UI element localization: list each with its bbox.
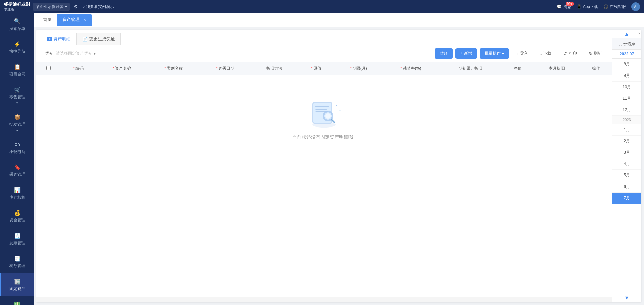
svg-rect-4 bbox=[315, 109, 327, 110]
import-label: 导入 bbox=[520, 51, 528, 56]
sidebar-item-inventory[interactable]: 📊 库存核算 bbox=[0, 182, 34, 205]
import-icon: ↑ bbox=[517, 51, 519, 56]
month-panel-up-arrow[interactable]: ▲ bbox=[612, 30, 641, 38]
ecommerce-icon: 🛍 bbox=[15, 142, 20, 148]
col-original-value: *原值 bbox=[298, 62, 334, 75]
settings-icon[interactable]: ⚙ bbox=[72, 3, 79, 11]
asset-detail-icon: ≡ bbox=[47, 37, 52, 41]
print-icon: 🖨 bbox=[564, 51, 568, 56]
sidebar-item-label: 发票管理 bbox=[9, 240, 25, 246]
filter-label: 类别 bbox=[45, 51, 53, 56]
tab-home-label: 首页 bbox=[43, 17, 52, 22]
sidebar-item-ecommerce[interactable]: 🛍 小畅电商 bbox=[0, 137, 34, 159]
batch-ops-label: 批量操作 bbox=[485, 51, 501, 56]
month-item-2022-12[interactable]: 12月 bbox=[612, 104, 641, 116]
avatar[interactable]: Ai bbox=[631, 2, 640, 11]
page-content: ≡ 资产明细 📄 变更生成凭证 类别 请选择固定资产类别 ▾ bbox=[36, 30, 641, 302]
sidebar-item-label: 小畅电商 bbox=[9, 149, 25, 155]
message-icon: 💬 bbox=[557, 4, 562, 9]
sidebar-item-salary[interactable]: 💵 工资 bbox=[0, 296, 34, 305]
top-bar: 畅捷通好业财 专业版 某企业示例账套 ▾ ⚙ ○ 我要看实例演示 💬 消息 99… bbox=[0, 0, 644, 13]
arrow-icon: ▾ bbox=[16, 129, 18, 132]
salary-icon: 💵 bbox=[14, 301, 21, 305]
year-divider-2023: 2023 bbox=[612, 116, 641, 124]
month-panel-collapse-button[interactable]: › bbox=[638, 30, 640, 36]
online-service-button[interactable]: 🎧 在线客服 bbox=[603, 4, 626, 10]
tab-home[interactable]: 首页 bbox=[38, 14, 57, 26]
online-service-label: 在线客服 bbox=[610, 4, 626, 10]
brand-name: 畅捷通好业财 bbox=[4, 1, 30, 7]
col-dep-method: 折旧方法 bbox=[251, 62, 298, 75]
sidebar-item-label: 快捷导航 bbox=[9, 49, 25, 54]
sidebar-item-invoice[interactable]: 🧾 发票管理 bbox=[0, 228, 34, 251]
app-icon: 📱 bbox=[577, 4, 582, 9]
month-item-2023-03[interactable]: 3月 bbox=[612, 147, 641, 158]
table-container: *编码 *资产名称 *类别名称 *购买日期 折旧方法 *原值 *期限(月) *残… bbox=[36, 62, 612, 297]
sidebar: 🔍 搜索菜单 ⚡ 快捷导航 📋 项目合同 🛒 零售管理 ▾ 📦 批发管理 ▾ 🛍… bbox=[0, 13, 34, 305]
sidebar-item-label: 零售管理 bbox=[9, 94, 25, 100]
month-item-2022-11[interactable]: 11月 bbox=[612, 93, 641, 104]
asset-table: *编码 *资产名称 *类别名称 *购买日期 折旧方法 *原值 *期限(月) *残… bbox=[36, 62, 612, 75]
brand: 畅捷通好业财 专业版 bbox=[4, 1, 30, 12]
filter-placeholder: 请选择固定资产类别 bbox=[56, 51, 92, 56]
month-item-2023-04[interactable]: 4月 bbox=[612, 158, 641, 170]
sidebar-item-quick-nav[interactable]: ⚡ 快捷导航 bbox=[0, 36, 34, 59]
sidebar-item-wholesale[interactable]: 📦 批发管理 ▾ bbox=[0, 109, 34, 137]
col-name: *资产名称 bbox=[96, 62, 148, 75]
col-checkbox bbox=[36, 62, 60, 75]
message-badge: 99+ bbox=[566, 2, 574, 6]
print-button[interactable]: 🖨 打印 bbox=[559, 49, 582, 58]
import-button[interactable]: ↑ 导入 bbox=[512, 49, 533, 58]
tab-asset-mgmt[interactable]: 资产管理 ✕ bbox=[57, 14, 92, 26]
month-item-2023-05[interactable]: 5月 bbox=[612, 170, 641, 181]
bottom-scroll-bar[interactable] bbox=[36, 297, 612, 302]
month-item-2023-01[interactable]: 1月 bbox=[612, 124, 641, 136]
reconcile-button[interactable]: 对账 bbox=[435, 48, 453, 59]
col-acc-depreciation: 期初累计折旧 bbox=[439, 62, 502, 75]
tab-close-icon[interactable]: ✕ bbox=[83, 18, 86, 22]
month-item-2022-08[interactable]: 8月 bbox=[612, 59, 641, 70]
sub-tab-asset-detail[interactable]: ≡ 资产明细 bbox=[42, 33, 76, 45]
empty-text: 当前您还没有固定资产明细哦~ bbox=[292, 134, 356, 140]
col-net-value: 净值 bbox=[502, 62, 533, 75]
refresh-button[interactable]: ↻ 刷新 bbox=[584, 49, 606, 58]
col-code: *编码 bbox=[60, 62, 96, 75]
month-list: 8月 9月 10月 11月 12月 2023 1月 2月 3月 4月 5月 6月… bbox=[612, 59, 641, 294]
brand-sub: 专业版 bbox=[4, 7, 30, 12]
month-panel-down-arrow[interactable]: ▼ bbox=[612, 294, 641, 302]
col-monthly-dep: 本月折旧 bbox=[533, 62, 580, 75]
batch-ops-button[interactable]: 批量操作 ▾ bbox=[480, 48, 509, 59]
sidebar-item-fixed-assets[interactable]: 🏢 固定资产 bbox=[0, 273, 34, 296]
app-download-button[interactable]: 📱 App下载 bbox=[577, 4, 598, 10]
sidebar-item-tax[interactable]: 📑 税务管理 bbox=[0, 251, 34, 273]
sidebar-item-retail[interactable]: 🛒 零售管理 ▾ bbox=[0, 82, 34, 109]
add-new-button[interactable]: + 新增 bbox=[455, 48, 477, 59]
sidebar-item-search[interactable]: 🔍 搜索菜单 bbox=[0, 13, 34, 36]
sidebar-item-finance[interactable]: 💰 资金管理 bbox=[0, 205, 34, 228]
sub-tab-change-voucher[interactable]: 📄 变更生成凭证 bbox=[76, 33, 121, 45]
sidebar-item-project[interactable]: 📋 项目合同 bbox=[0, 59, 34, 82]
month-item-2022-10[interactable]: 10月 bbox=[612, 82, 641, 93]
month-item-2023-07[interactable]: 7月 bbox=[612, 193, 641, 204]
reconcile-label: 对账 bbox=[440, 51, 448, 56]
select-all-checkbox[interactable] bbox=[46, 66, 51, 70]
sidebar-item-label: 税务管理 bbox=[9, 263, 25, 269]
fixed-assets-icon: 🏢 bbox=[14, 278, 21, 285]
month-item-2023-02[interactable]: 2月 bbox=[612, 136, 641, 147]
messages-button[interactable]: 💬 消息 99+ bbox=[557, 4, 571, 10]
sidebar-item-label: 库存核算 bbox=[9, 195, 25, 200]
company-selector[interactable]: 某企业示例账套 ▾ bbox=[33, 3, 70, 11]
month-item-2022-09[interactable]: 9月 bbox=[612, 70, 641, 82]
quick-nav-icon: ⚡ bbox=[14, 41, 21, 47]
month-item-2023-06[interactable]: 6月 bbox=[612, 181, 641, 193]
download-button[interactable]: ↓ 下载 bbox=[535, 49, 556, 58]
sidebar-item-purchase[interactable]: 🔖 采购管理 bbox=[0, 159, 34, 182]
empty-illustration bbox=[304, 95, 344, 129]
demo-link[interactable]: ○ 我要看实例演示 bbox=[82, 4, 114, 10]
empty-state: 当前您还没有固定资产明细哦~ bbox=[36, 75, 612, 160]
sub-tab-asset-detail-label: 资产明细 bbox=[53, 36, 71, 42]
wholesale-icon: 📦 bbox=[14, 114, 21, 120]
svg-point-11 bbox=[340, 110, 341, 111]
category-filter[interactable]: 类别 请选择固定资产类别 ▾ bbox=[42, 49, 99, 58]
month-panel-header: 月份选择 bbox=[612, 38, 641, 50]
